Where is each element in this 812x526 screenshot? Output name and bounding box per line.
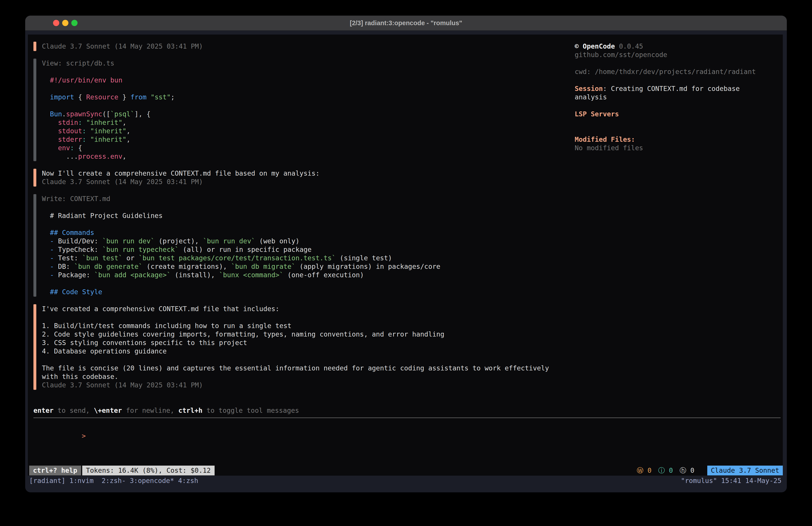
tmux-session-clock: "romulus" 15:41 14-May-25	[681, 477, 782, 485]
terminal-line: - DB: `bun db generate` (create migratio…	[42, 262, 781, 271]
window-title: [2/3] radiant:3:opencode - "romulus"	[350, 19, 462, 27]
terminal-line: ...process.env,	[42, 152, 781, 161]
sidebar-line: cwd: /home/thdxr/dev/projects/radiant/ra…	[575, 68, 756, 76]
window-titlebar: [2/3] radiant:3:opencode - "romulus"	[25, 16, 787, 30]
terminal-line: - Package: `bun add <package>` (install)…	[42, 271, 781, 279]
zoom-button[interactable]	[71, 20, 77, 26]
terminal-line: 3. CSS styling conventions specific to t…	[42, 339, 781, 347]
terminal-line: Write: CONTEXT.md	[42, 195, 781, 203]
terminal-line: Claude 3.7 Sonnet (14 May 2025 03:41 PM)	[42, 177, 781, 186]
tokens-cost-chip: Tokens: 16.4K (8%), Cost: $0.12	[82, 466, 215, 475]
terminal-line	[42, 313, 781, 322]
tmux-windows[interactable]: [radiant] 1:nvim 2:zsh- 3:opencode* 4:zs…	[29, 477, 198, 485]
sidebar-line: Modified Files:	[575, 135, 756, 144]
sidebar-line: No modified files	[575, 144, 756, 152]
sidebar-lines: © OpenCode 0.0.45github.com/sst/opencode…	[575, 42, 756, 152]
input-divider	[33, 417, 781, 418]
terminal-body: Claude 3.7 Sonnet (14 May 2025 03:41 PM)…	[25, 30, 787, 492]
prompt-marker: >	[82, 432, 86, 440]
terminal-line: 1. Build/lint/test commands including ho…	[42, 322, 781, 330]
sidebar-line	[575, 127, 756, 135]
minimize-button[interactable]	[62, 20, 69, 26]
message-accent-bar	[33, 194, 36, 297]
terminal-line: - Build/Dev: `bun run dev` (project), `b…	[42, 237, 781, 245]
sidebar-line	[575, 118, 756, 127]
message-block-tool-write: Write: CONTEXT.md # Radiant Project Guid…	[33, 195, 781, 296]
terminal-line: The file is concise (20 lines) and captu…	[42, 364, 781, 372]
terminal-line: Now I'll create a comprehensive CONTEXT.…	[42, 169, 781, 177]
model-badge: Claude 3.7 Sonnet	[707, 466, 783, 475]
message-block-assistant: I've created a comprehensive CONTEXT.md …	[33, 305, 781, 389]
terminal-line	[42, 220, 781, 228]
message-accent-bar	[33, 59, 36, 161]
terminal-line: ## Code Style	[42, 288, 781, 296]
input-hint: enter to send, \+enter for newline, ctrl…	[33, 406, 781, 415]
close-button[interactable]	[53, 20, 59, 26]
sidebar-line	[575, 59, 756, 68]
terminal-line	[42, 279, 781, 288]
diagnostics: Ⓦ 0ⓘ 0ⓗ 0	[637, 466, 701, 475]
terminal-line: - Test: `bun test` or `bun test packages…	[42, 254, 781, 262]
diagnostic-info-icon: ⓘ 0	[658, 467, 673, 474]
opencode-screen: Claude 3.7 Sonnet (14 May 2025 03:41 PM)…	[28, 34, 783, 475]
sidebar-line: © OpenCode 0.0.45	[575, 42, 756, 51]
terminal-line: I've created a comprehensive CONTEXT.md …	[42, 305, 781, 313]
help-shortcut-chip: ctrl+? help	[29, 466, 81, 475]
sidebar: © OpenCode 0.0.45github.com/sst/opencode…	[575, 42, 756, 152]
terminal-line: # Radiant Project Guidelines	[42, 212, 781, 220]
sidebar-line: Session: Creating CONTEXT.md for codebas…	[575, 84, 756, 93]
message-block-assistant: Now I'll create a comprehensive CONTEXT.…	[33, 169, 781, 186]
sidebar-line: github.com/sst/opencode	[575, 51, 756, 59]
opencode-statusbar: ctrl+? help Tokens: 16.4K (8%), Cost: $0…	[29, 466, 783, 475]
diagnostic-warnings-icon: Ⓦ 0	[637, 467, 652, 474]
terminal-line: ## Commands	[42, 228, 781, 237]
terminal-line: 4. Database operations guidance	[42, 347, 781, 355]
terminal-line: Claude 3.7 Sonnet (14 May 2025 03:41 PM)	[42, 381, 781, 389]
terminal-line: - TypeCheck: `bun run typecheck` (all) o…	[42, 245, 781, 254]
prompt-input[interactable]: >	[33, 423, 781, 432]
terminal-line: with this codebase.	[42, 372, 781, 381]
tmux-status-line: [radiant] 1:nvim 2:zsh- 3:opencode* 4:zs…	[28, 475, 783, 485]
message-accent-bar	[33, 42, 36, 51]
terminal-line: 2. Code style guidelines covering import…	[42, 330, 781, 339]
message-accent-bar	[33, 304, 36, 390]
terminal-line	[42, 203, 781, 212]
message-accent-bar	[33, 169, 36, 187]
input-area: enter to send, \+enter for newline, ctrl…	[33, 406, 781, 432]
sidebar-line	[575, 76, 756, 84]
terminal-window: [2/3] radiant:3:opencode - "romulus" Cla…	[25, 16, 787, 492]
diagnostic-hints-icon: ⓗ 0	[680, 467, 694, 474]
sidebar-line: LSP Servers	[575, 110, 756, 118]
sidebar-line: analysis	[575, 93, 756, 101]
sidebar-line	[575, 101, 756, 110]
terminal-line	[42, 355, 781, 364]
